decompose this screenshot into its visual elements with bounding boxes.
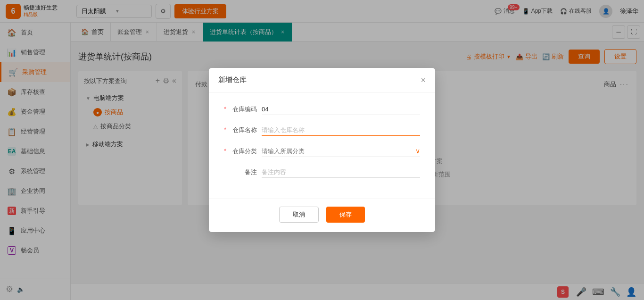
- name-input[interactable]: [262, 125, 420, 136]
- remark-form-row: 备注: [224, 167, 420, 178]
- category-label: 仓库分类: [224, 147, 262, 156]
- category-form-row: 仓库分类 ∨: [224, 145, 420, 157]
- name-form-row: 仓库名称: [224, 125, 420, 136]
- save-button[interactable]: 保存: [326, 207, 365, 223]
- code-form-row: 仓库编码: [224, 104, 420, 115]
- remark-label: 备注: [224, 168, 262, 176]
- remark-input[interactable]: [262, 167, 420, 178]
- modal-overlay[interactable]: 新增仓库 × 仓库编码 仓库名称 仓库分类: [0, 0, 644, 300]
- category-dropdown-icon[interactable]: ∨: [415, 147, 420, 155]
- code-input[interactable]: [262, 104, 420, 115]
- new-warehouse-modal: 新增仓库 × 仓库编码 仓库名称 仓库分类: [209, 68, 435, 232]
- modal-footer: 取消 保存: [209, 199, 435, 232]
- modal-title: 新增仓库: [218, 75, 247, 84]
- name-label: 仓库名称: [224, 126, 262, 134]
- category-input[interactable]: [262, 148, 415, 155]
- cancel-button[interactable]: 取消: [279, 207, 319, 223]
- code-label: 仓库编码: [224, 105, 262, 114]
- modal-close-button[interactable]: ×: [421, 76, 426, 84]
- category-select-row: ∨: [262, 145, 420, 157]
- modal-header: 新增仓库 ×: [209, 68, 435, 92]
- modal-body: 仓库编码 仓库名称 仓库分类 ∨: [209, 92, 435, 199]
